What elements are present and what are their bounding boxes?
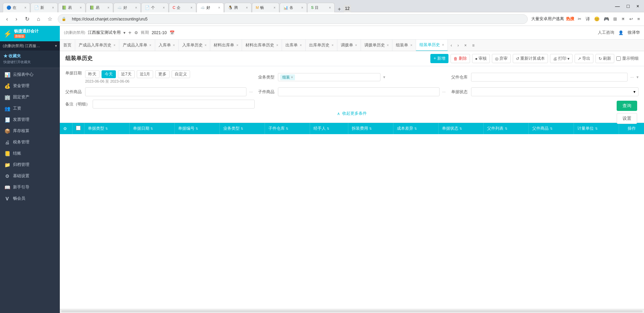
tab-2[interactable]: 📗易×: [58, 3, 85, 12]
th-unit[interactable]: 计量单位 ⇅: [574, 123, 619, 134]
parent-goods-input[interactable]: [85, 87, 246, 96]
tab-4[interactable]: ☁️好×: [113, 3, 141, 12]
custom-date-btn[interactable]: 自定义: [172, 70, 190, 78]
display-detail-checkbox[interactable]: 显示明细: [616, 56, 639, 61]
tab-8[interactable]: 🐧腾×: [224, 3, 252, 12]
game-icon[interactable]: 🎮: [604, 16, 609, 22]
th-doc-status[interactable]: 单据状态 ⇅: [439, 123, 484, 134]
nav-tab-transfer[interactable]: 调拨单 ×: [337, 40, 361, 51]
company-selector[interactable]: (勿删勿禁用) 江西服宝测试专用 ▾: [0, 41, 60, 51]
select-all-checkbox[interactable]: [76, 126, 81, 130]
print-btn[interactable]: 🖨 打印 ▾: [550, 54, 573, 63]
app-logo[interactable]: ⚡ 畅捷通好会计 旗舰版: [0, 26, 60, 41]
th-cost-diff[interactable]: 成本差异 ⇅: [393, 123, 439, 134]
nav-tab-finished[interactable]: 产成品入库单 ×: [119, 40, 155, 51]
close-tab-transfer[interactable]: ×: [355, 43, 357, 47]
sidebar-item-assets[interactable]: 🏢 固定资产: [0, 91, 60, 103]
th-doc-date[interactable]: 单据日期 ⇅: [129, 123, 174, 134]
sidebar-item-settings[interactable]: ⚙ 基础设置: [0, 170, 60, 182]
7days-btn[interactable]: 近7天: [118, 70, 135, 78]
settings-filter-btn[interactable]: 设置: [617, 113, 637, 124]
collapse-bar[interactable]: ∧ 收起更多条件: [65, 109, 639, 118]
sidebar-item-guide[interactable]: 📖 新手引导: [0, 182, 60, 193]
1month-btn[interactable]: 近1月: [137, 70, 153, 78]
tab-11[interactable]: S目×: [307, 3, 335, 12]
parent-goods-more[interactable]: ···: [249, 89, 253, 94]
th-handler[interactable]: 经手人 ⇅: [310, 123, 348, 134]
sidebar-item-tax[interactable]: 🖨 税务管理: [0, 137, 60, 148]
export-btn[interactable]: ↗ 导出: [575, 54, 593, 63]
settings-gear-icon[interactable]: ⚙: [134, 30, 138, 35]
favorites-sub[interactable]: 快捷键打开收藏夹: [3, 60, 56, 65]
user-avatar[interactable]: 👤: [618, 30, 623, 35]
close-tab-transfer-history[interactable]: ×: [387, 43, 389, 47]
undo-icon[interactable]: ↩: [629, 16, 633, 22]
grid-icon[interactable]: ⊞: [613, 16, 617, 22]
th-child-warehouse[interactable]: 子件仓库 ⇅: [265, 123, 310, 134]
close-tab-material-out-history[interactable]: ×: [276, 43, 278, 47]
th-parent-goods[interactable]: 父件商品 ⇅: [529, 123, 574, 134]
nav-tab-assembly[interactable]: 组装单 ×: [392, 40, 416, 51]
nav-tab-finished-history[interactable]: 产成品入库单历史 ×: [75, 40, 119, 51]
tab-0[interactable]: 🔵在×: [3, 3, 30, 12]
tab-1[interactable]: 📄新×: [30, 3, 58, 12]
company-dropdown-icon[interactable]: ▾: [123, 30, 125, 35]
today-btn[interactable]: 今天: [102, 70, 116, 78]
nav-tab-assembly-history[interactable]: 组装单历史 ×: [416, 40, 448, 51]
close-tab-finished[interactable]: ×: [149, 43, 151, 47]
nav-tab-material-out[interactable]: 材料出库单 ×: [210, 40, 242, 51]
th-settings[interactable]: ⚙: [60, 123, 72, 134]
url-input[interactable]: [68, 14, 524, 24]
nav-tab-transfer-history[interactable]: 调拨单历史 ×: [361, 40, 393, 51]
new-tab-btn[interactable]: +: [335, 6, 344, 12]
tabs-menu[interactable]: ≡: [469, 43, 477, 48]
abandon-btn[interactable]: ◎ 弃审: [492, 54, 511, 63]
close-tab-assembly-history[interactable]: ×: [442, 43, 444, 47]
scrollbar-area[interactable]: [60, 309, 644, 313]
close-tab-finished-history[interactable]: ×: [113, 43, 116, 47]
parent-warehouse-more[interactable]: ···: [630, 75, 634, 80]
add-btn[interactable]: + 新增: [430, 54, 448, 63]
service-label[interactable]: 人工咨询: [598, 30, 614, 35]
nav-tab-outbound-history[interactable]: 出库单历史 ×: [306, 40, 337, 51]
sidebar-item-funds[interactable]: 💰 资金管理: [0, 80, 60, 91]
menu-icon[interactable]: ≡: [637, 16, 640, 22]
translate-icon[interactable]: 译: [586, 16, 590, 22]
sidebar-item-archive[interactable]: 📁 归档管理: [0, 159, 60, 170]
close-tab-material-out[interactable]: ×: [236, 43, 238, 47]
status-input[interactable]: ▾: [471, 87, 639, 96]
back-btn[interactable]: ‹: [4, 15, 10, 23]
th-checkbox[interactable]: [72, 123, 84, 134]
home-btn[interactable]: ⌂: [35, 15, 42, 23]
bookmark-btn[interactable]: ☆: [45, 15, 54, 23]
close-tab-outbound-history[interactable]: ×: [332, 43, 334, 47]
column-settings-icon[interactable]: ⚙: [63, 126, 67, 131]
close-tab-inbound-history[interactable]: ×: [205, 43, 207, 47]
close-tab-inbound[interactable]: ×: [173, 43, 175, 47]
refresh-btn[interactable]: ↻ 刷新: [595, 54, 614, 63]
tab-10[interactable]: 📊各×: [280, 3, 307, 12]
nav-tab-home[interactable]: 首页: [60, 40, 75, 51]
tab-5[interactable]: 📄个×: [141, 3, 169, 12]
notes-input[interactable]: [93, 100, 255, 109]
username[interactable]: 徐泽华: [628, 30, 640, 35]
more-date-btn[interactable]: 更多: [155, 70, 170, 78]
parent-warehouse-dropdown[interactable]: ▾: [636, 75, 639, 80]
sidebar-item-invoice[interactable]: 🧾 发票管理: [0, 114, 60, 125]
sidebar-item-reports[interactable]: 📊 云报表中心: [0, 69, 60, 80]
th-disassemble-fee[interactable]: 拆装费用 ⇅: [348, 123, 393, 134]
minimize-btn[interactable]: —: [613, 3, 622, 10]
child-goods-more[interactable]: ···: [442, 89, 446, 94]
sidebar-item-member[interactable]: V 畅会员: [0, 193, 60, 204]
tab-7[interactable]: ☁️好×: [197, 3, 224, 12]
close-tab-assembly[interactable]: ×: [410, 43, 412, 47]
nav-tab-outbound[interactable]: 出库单 ×: [282, 40, 306, 51]
recalculate-btn[interactable]: ↺ 重新计算成本: [513, 54, 548, 63]
sidebar-item-payroll[interactable]: 👥 工资: [0, 103, 60, 114]
scissors-icon[interactable]: ✂: [578, 16, 581, 22]
calendar-icon[interactable]: 📅: [170, 30, 175, 35]
refresh-browser-btn[interactable]: ↻: [23, 15, 31, 23]
scrollbar-track[interactable]: [61, 310, 643, 312]
print-dropdown-icon[interactable]: ▾: [567, 56, 569, 61]
nav-tab-inbound[interactable]: 入库单 ×: [155, 40, 179, 51]
